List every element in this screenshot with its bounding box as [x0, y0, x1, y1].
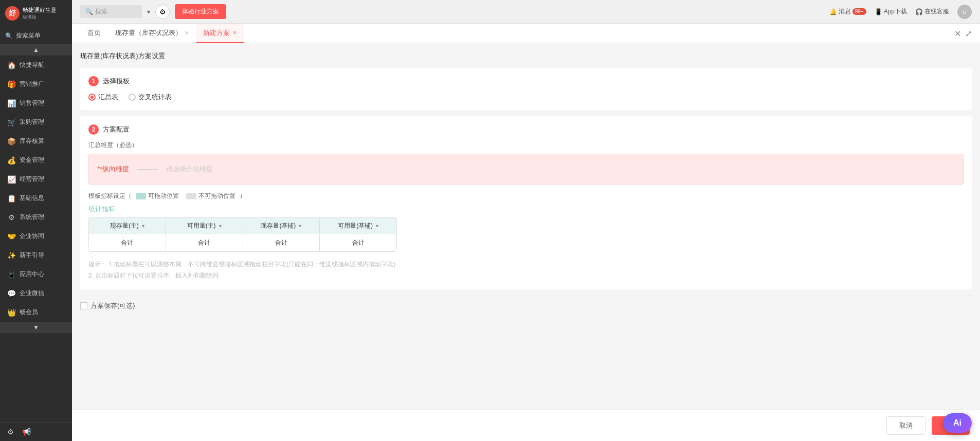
stats-table: 现存量(主) ▾ 可用量(主) ▾ 现存量(基辅) ▾ 可用量(基辅) [88, 217, 397, 252]
message-button[interactable]: 🔔 消息 99+ [829, 7, 866, 16]
tab-inventory[interactable]: 现存量（库存状况表） × [108, 24, 196, 43]
sidebar-scroll-up[interactable]: ▲ [0, 44, 72, 56]
save-scheme-label: 方案保存(可选) [90, 301, 135, 310]
cancel-button[interactable]: 取消 [886, 416, 925, 435]
trial-button[interactable]: 体验行业方案 [175, 4, 226, 19]
sidebar-item-inventory[interactable]: 📦 库存核算 [0, 132, 72, 151]
section-config: 2 方案配置 汇总维度（必选） **纵向维度 请选择分组维度 模板指标设定（ [80, 116, 972, 289]
draggable-label: 可拖动位置 [148, 192, 179, 200]
speaker-icon[interactable]: 📢 [22, 428, 31, 436]
col-header-0[interactable]: 现存量(主) ▾ [89, 217, 166, 234]
online-service-link[interactable]: 🎧 在线客服 [915, 7, 949, 16]
hint-box: 提示： 1.拖动标题栏可以调整布局，不可跨维度或指标区域拖动栏目字段(只能在同一… [88, 259, 964, 281]
tab-new-scheme-close[interactable]: × [233, 29, 237, 36]
col-header-2[interactable]: 现存量(基辅) ▾ [243, 217, 320, 234]
topbar-left: 🔍 搜索 ▾ ⚙ 体验行业方案 [80, 4, 226, 19]
phone-icon: 📱 [875, 8, 882, 15]
col-chevron-3[interactable]: ▾ [376, 223, 378, 229]
col-label-2: 现存量(基辅) [261, 222, 296, 230]
legend-no-drag: 不可拖动位置 [186, 192, 235, 200]
tab-new-scheme[interactable]: 新建方案 × [196, 24, 244, 43]
col-chevron-1[interactable]: ▾ [219, 223, 222, 229]
sidebar-item-app-center[interactable]: 📱 应用中心 [0, 265, 72, 284]
col-label-0: 现存量(主) [110, 222, 139, 230]
gear-button[interactable]: ⚙ [155, 5, 170, 19]
tab-home[interactable]: 首页 [80, 24, 108, 43]
step2-title: 方案配置 [103, 125, 130, 134]
app-download-link[interactable]: 📱 App下载 [875, 7, 907, 16]
app-version: 标准版 [23, 14, 57, 21]
radio-cross[interactable]: 交叉统计表 [129, 93, 172, 102]
search-text: 搜索 [95, 7, 107, 16]
topbar-search-box[interactable]: 🔍 搜索 [80, 5, 142, 18]
topbar-dropdown[interactable]: ▾ [147, 8, 150, 15]
close-bracket: ） [240, 192, 246, 200]
vertical-dim-label: **纵向维度 [97, 164, 129, 174]
section-template: 1 选择模板 汇总表 交叉统计表 [80, 68, 972, 110]
search-icon: 🔍 [5, 32, 13, 40]
template-radio-group: 汇总表 交叉统计表 [88, 93, 964, 102]
sparkle-icon: ✨ [7, 251, 15, 260]
sidebar-bottom: ⚙ 📢 [0, 422, 72, 441]
ai-bubble[interactable]: Ai [943, 413, 972, 433]
sidebar-item-guide[interactable]: ✨ 新手引导 [0, 246, 72, 265]
indicator-config: 模板指标设定（ 可拖动位置 不可拖动位置 ） 统计指标 [88, 192, 964, 281]
sidebar-item-purchase[interactable]: 🛒 采购管理 [0, 113, 72, 132]
legend-draggable: 可拖动位置 [136, 192, 179, 200]
ai-bubble-label: Ai [953, 418, 961, 428]
col-header-1[interactable]: 可用量(主) ▾ [166, 217, 243, 234]
tab-close-all-icon[interactable]: ✕ [954, 28, 961, 38]
sidebar-item-wechat[interactable]: 💬 企业微信 [0, 284, 72, 303]
step1-badge: 1 [88, 76, 99, 86]
radio-summary[interactable]: 汇总表 [88, 93, 118, 102]
indicator-legend: 可拖动位置 不可拖动位置 [136, 192, 235, 200]
tab-inventory-close[interactable]: × [185, 29, 189, 36]
settings-bottom-icon[interactable]: ⚙ [7, 428, 14, 436]
sidebar-item-management[interactable]: 📈 经营管理 [0, 170, 72, 189]
handshake-icon: 🤝 [7, 232, 15, 241]
col-chevron-2[interactable]: ▾ [299, 223, 301, 229]
stats-table-header: 现存量(主) ▾ 可用量(主) ▾ 现存量(基辅) ▾ 可用量(基辅) [89, 217, 396, 234]
step1-title: 选择模板 [103, 77, 130, 86]
topbar: 🔍 搜索 ▾ ⚙ 体验行业方案 🔔 消息 99+ 📱 App下载 🎧 [72, 0, 980, 24]
chat-icon: 💬 [7, 289, 15, 298]
radio-summary-label: 汇总表 [98, 93, 118, 102]
logo-icon: 好 [5, 6, 20, 21]
money-icon: 💰 [7, 156, 15, 164]
message-badge: 99+ [852, 8, 866, 15]
save-scheme-checkbox[interactable] [80, 302, 87, 309]
sidebar-item-basic-info[interactable]: 📋 基础信息 [0, 189, 72, 208]
sidebar-item-system[interactable]: ⚙ 系统管理 [0, 208, 72, 227]
stats-table-body: 合计 合计 合计 合计 [89, 234, 396, 251]
sidebar-search[interactable]: 🔍 搜索菜单 [0, 27, 72, 44]
tab-home-label: 首页 [87, 28, 101, 38]
headset-icon: 🎧 [915, 8, 923, 15]
chart-icon: 📊 [7, 99, 15, 107]
box-icon: 📦 [7, 137, 15, 145]
sidebar-item-member[interactable]: 👑 畅会员 [0, 303, 72, 322]
tab-expand-icon[interactable]: ⤢ [965, 28, 972, 38]
dimension-box[interactable]: **纵向维度 请选择分组维度 [88, 154, 964, 185]
sidebar-item-finance[interactable]: 💰 资金管理 [0, 151, 72, 170]
sidebar-item-cooperation[interactable]: 🤝 企业协同 [0, 227, 72, 246]
sidebar-scroll-down[interactable]: ▼ [0, 322, 72, 333]
hint-line-2: 2. 点击标题栏下拉可设置排序、插入列和删除列 [88, 270, 964, 282]
sidebar-item-marketing[interactable]: 🎁 营销推广 [0, 75, 72, 94]
tab-inventory-label: 现存量（库存状况表） [115, 28, 182, 38]
sidebar-item-sales[interactable]: 📊 销售管理 [0, 94, 72, 113]
user-avatar[interactable]: U [957, 5, 972, 19]
dropdown-arrow: ▾ [147, 8, 150, 15]
sidebar-item-quick-nav[interactable]: 🏠 快捷导航 [0, 56, 72, 75]
indicator-config-text: 模板指标设定（ [88, 192, 132, 200]
clipboard-icon: 📋 [7, 194, 15, 203]
step2-badge: 2 [88, 124, 99, 135]
col-chevron-0[interactable]: ▾ [142, 223, 144, 229]
tab-new-scheme-label: 新建方案 [203, 28, 230, 38]
search-icon: 🔍 [85, 8, 93, 15]
col-body-3: 合计 [320, 234, 396, 251]
gear-icon: ⚙ [159, 8, 166, 16]
col-header-3[interactable]: 可用量(基辅) ▾ [320, 217, 396, 234]
tab-icons: ✕ ⤢ [954, 28, 972, 38]
no-drag-label: 不可拖动位置 [198, 192, 235, 200]
sidebar: 好 畅捷通好生意 标准版 🔍 搜索菜单 ▲ 🏠 快捷导航 🎁 营销推广 📊 销售… [0, 0, 72, 441]
